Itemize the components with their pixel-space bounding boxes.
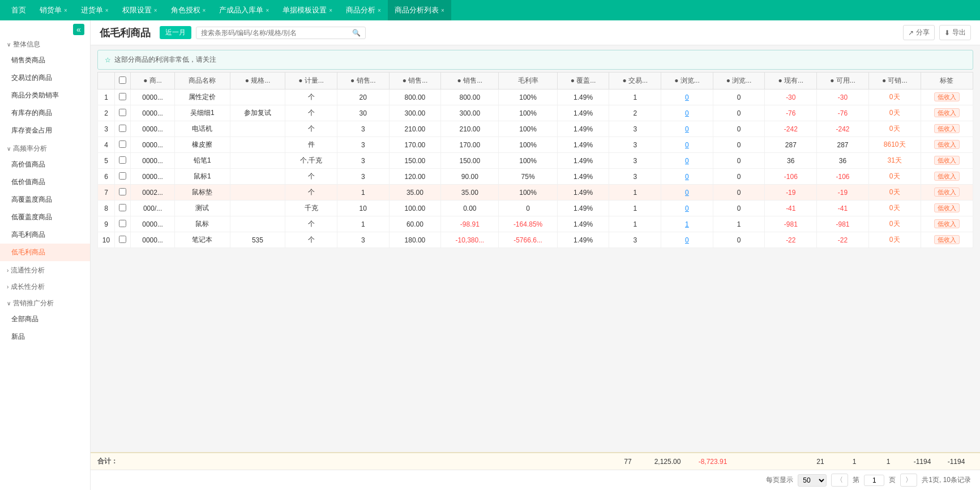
th-view1[interactable]: ● 浏览... bbox=[661, 73, 713, 90]
view-link[interactable]: 0 bbox=[685, 93, 689, 101]
cell-view1[interactable]: 0 bbox=[661, 201, 713, 216]
row-checkbox[interactable] bbox=[119, 220, 126, 227]
nav-item-角色授权[interactable]: 角色授权× bbox=[164, 0, 213, 20]
nav-item-商品分析[interactable]: 商品分析× bbox=[339, 0, 388, 20]
sidebar-item-全部商品[interactable]: 全部商品 bbox=[0, 310, 90, 328]
sidebar-item-低价值商品[interactable]: 低价值商品 bbox=[0, 173, 90, 191]
nav-item-首页[interactable]: 首页 bbox=[5, 0, 33, 20]
nav-item-销货单[interactable]: 销货单× bbox=[33, 0, 74, 20]
row-checkbox[interactable] bbox=[119, 140, 126, 148]
th-name[interactable]: 商品名称 bbox=[175, 73, 230, 90]
sidebar-item-销售类商品[interactable]: 销售类商品 bbox=[0, 52, 90, 69]
sidebar-group-3[interactable]: ›成长性分析 bbox=[0, 278, 90, 294]
nav-close-商品分析[interactable]: × bbox=[378, 7, 381, 14]
nav-close-产成品入库单[interactable]: × bbox=[266, 7, 269, 14]
th-cover[interactable]: ● 覆盖... bbox=[557, 73, 609, 90]
nav-item-单据模板设置[interactable]: 单据模板设置× bbox=[276, 0, 339, 20]
prev-page-button[interactable]: 〈 bbox=[831, 474, 848, 487]
sidebar-group-1[interactable]: ∨高频率分析 bbox=[0, 139, 90, 156]
view-link[interactable]: 0 bbox=[685, 109, 689, 117]
cell-view1[interactable]: 0 bbox=[661, 137, 713, 153]
view-link[interactable]: 0 bbox=[685, 189, 689, 197]
th-spec[interactable]: ● 规格... bbox=[230, 73, 285, 90]
cell-check[interactable] bbox=[115, 185, 131, 201]
sidebar-item-高毛利商品[interactable]: 高毛利商品 bbox=[0, 226, 90, 244]
th-gross-rate[interactable]: 毛利率 bbox=[499, 73, 557, 90]
sidebar-group-0[interactable]: ∨整体信息 bbox=[0, 35, 90, 52]
cell-view1[interactable]: 0 bbox=[661, 105, 713, 121]
next-page-button[interactable]: 〉 bbox=[900, 474, 917, 487]
cell-check[interactable] bbox=[115, 201, 131, 216]
search-input[interactable] bbox=[201, 29, 352, 37]
nav-item-产成品入库单[interactable]: 产成品入库单× bbox=[212, 0, 276, 20]
cell-check[interactable] bbox=[115, 232, 131, 248]
view-link[interactable]: 1 bbox=[685, 220, 689, 228]
view-link[interactable]: 0 bbox=[685, 173, 689, 181]
row-checkbox[interactable] bbox=[119, 204, 126, 211]
nav-close-角色授权[interactable]: × bbox=[203, 7, 206, 14]
cell-check[interactable] bbox=[115, 153, 131, 169]
row-checkbox[interactable] bbox=[119, 125, 126, 132]
nav-item-商品分析列表[interactable]: 商品分析列表× bbox=[388, 0, 451, 20]
row-checkbox[interactable] bbox=[119, 109, 126, 116]
select-all-checkbox[interactable] bbox=[119, 76, 126, 84]
sidebar-item-商品分类助销率[interactable]: 商品分类助销率 bbox=[0, 87, 90, 104]
sidebar-item-新品[interactable]: 新品 bbox=[0, 328, 90, 346]
per-page-select[interactable]: 50 100 200 bbox=[798, 474, 827, 487]
search-icon[interactable]: 🔍 bbox=[352, 29, 361, 37]
sidebar-item-交易过的商品[interactable]: 交易过的商品 bbox=[0, 69, 90, 87]
th-unit[interactable]: ● 计量... bbox=[285, 73, 337, 90]
th-available[interactable]: ● 可用... bbox=[817, 73, 869, 90]
nav-close-进货单[interactable]: × bbox=[105, 7, 109, 14]
page-number-input[interactable] bbox=[864, 475, 884, 486]
cell-view1[interactable]: 0 bbox=[661, 90, 713, 105]
row-checkbox[interactable] bbox=[119, 236, 126, 243]
sidebar-item-有库存的商品[interactable]: 有库存的商品 bbox=[0, 104, 90, 122]
cell-check[interactable] bbox=[115, 169, 131, 185]
view-link[interactable]: 0 bbox=[685, 125, 689, 133]
sidebar-item-低覆盖度商品[interactable]: 低覆盖度商品 bbox=[0, 208, 90, 226]
cell-check[interactable] bbox=[115, 216, 131, 232]
th-sales-price[interactable]: ● 销售... bbox=[389, 73, 441, 90]
cell-check[interactable] bbox=[115, 105, 131, 121]
cell-view1[interactable]: 1 bbox=[661, 216, 713, 232]
sidebar-collapse-button[interactable]: « bbox=[73, 24, 84, 35]
cell-view1[interactable]: 0 bbox=[661, 121, 713, 137]
view-link[interactable]: 0 bbox=[685, 236, 689, 244]
row-checkbox[interactable] bbox=[119, 93, 126, 100]
cell-check[interactable] bbox=[115, 121, 131, 137]
cell-view1[interactable]: 0 bbox=[661, 232, 713, 248]
cell-view1[interactable]: 0 bbox=[661, 185, 713, 201]
th-current[interactable]: ● 现有... bbox=[765, 73, 817, 90]
sidebar-group-4[interactable]: ∨营销推广分析 bbox=[0, 294, 90, 310]
cell-check[interactable] bbox=[115, 90, 131, 105]
nav-item-权限设置[interactable]: 权限设置× bbox=[115, 0, 164, 20]
th-sales-amount[interactable]: ● 销售... bbox=[441, 73, 499, 90]
sidebar-item-高价值商品[interactable]: 高价值商品 bbox=[0, 156, 90, 173]
th-saleable[interactable]: ● 可销... bbox=[868, 73, 921, 90]
view-link[interactable]: 0 bbox=[685, 157, 689, 165]
view-link[interactable]: 0 bbox=[685, 204, 689, 212]
th-trade[interactable]: ● 交易... bbox=[609, 73, 661, 90]
th-tag[interactable]: 标签 bbox=[921, 73, 973, 90]
view-link[interactable]: 0 bbox=[685, 141, 689, 149]
cell-view1[interactable]: 0 bbox=[661, 153, 713, 169]
cell-check[interactable] bbox=[115, 137, 131, 153]
export-button[interactable]: ⬇ 导出 bbox=[939, 25, 971, 40]
row-checkbox[interactable] bbox=[119, 188, 126, 195]
nav-close-权限设置[interactable]: × bbox=[154, 7, 157, 14]
row-checkbox[interactable] bbox=[119, 156, 126, 164]
sidebar-item-库存资金占用[interactable]: 库存资金占用 bbox=[0, 122, 90, 139]
sidebar-item-高覆盖度商品[interactable]: 高覆盖度商品 bbox=[0, 191, 90, 208]
th-sales-count[interactable]: ● 销售... bbox=[337, 73, 389, 90]
row-checkbox[interactable] bbox=[119, 172, 126, 180]
nav-close-单据模板设置[interactable]: × bbox=[329, 7, 332, 14]
sidebar-group-2[interactable]: ›流通性分析 bbox=[0, 261, 90, 278]
nav-item-进货单[interactable]: 进货单× bbox=[74, 0, 115, 20]
th-code[interactable]: ● 商... bbox=[131, 73, 175, 90]
sidebar-item-低毛利商品[interactable]: 低毛利商品 bbox=[0, 244, 90, 261]
th-view2[interactable]: ● 浏览... bbox=[713, 73, 765, 90]
nav-close-商品分析列表[interactable]: × bbox=[441, 7, 444, 14]
nav-close-销货单[interactable]: × bbox=[64, 7, 67, 14]
cell-view1[interactable]: 0 bbox=[661, 169, 713, 185]
